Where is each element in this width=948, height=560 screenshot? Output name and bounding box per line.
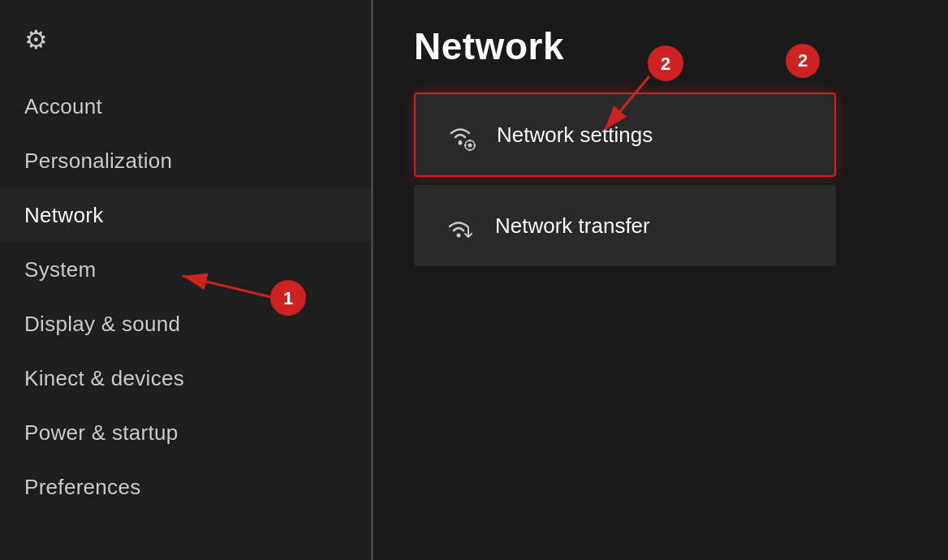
sidebar-item-account[interactable]: Account <box>0 80 373 134</box>
network-transfer-icon <box>438 209 479 242</box>
gear-icon: ⚙ <box>24 25 48 54</box>
sidebar-item-kinect-devices[interactable]: Kinect & devices <box>0 351 373 406</box>
svg-rect-5 <box>464 144 467 146</box>
sidebar-item-system[interactable]: System <box>0 243 373 297</box>
network-cards-container: 2 Networ <box>414 93 836 266</box>
network-transfer-label: Network transfer <box>495 213 650 239</box>
sidebar-item-network[interactable]: Network <box>0 188 373 243</box>
sidebar-navigation: Account Personalization Network System D… <box>0 80 373 515</box>
page-title: Network <box>414 24 907 68</box>
sidebar-item-display-sound[interactable]: Display & sound <box>0 297 373 351</box>
network-settings-card[interactable]: Network settings <box>414 93 836 177</box>
network-transfer-card[interactable]: Network transfer <box>414 185 836 266</box>
sidebar: ⚙ Account Personalization Network System… <box>0 0 373 560</box>
annotation-badge-2: 2 <box>786 44 820 78</box>
network-settings-label: Network settings <box>497 123 653 148</box>
network-settings-icon <box>440 118 480 151</box>
svg-point-2 <box>468 144 472 148</box>
sidebar-item-preferences[interactable]: Preferences <box>0 460 373 515</box>
svg-rect-4 <box>469 149 471 152</box>
sidebar-item-personalization[interactable]: Personalization <box>0 134 373 188</box>
svg-point-0 <box>459 141 463 145</box>
svg-rect-6 <box>474 144 476 146</box>
sidebar-divider <box>371 0 373 560</box>
settings-gear-area: ⚙ <box>0 16 373 80</box>
main-content: Network 2 <box>373 0 948 560</box>
svg-point-7 <box>457 234 461 238</box>
sidebar-item-power-startup[interactable]: Power & startup <box>0 406 373 460</box>
svg-rect-3 <box>469 140 471 142</box>
